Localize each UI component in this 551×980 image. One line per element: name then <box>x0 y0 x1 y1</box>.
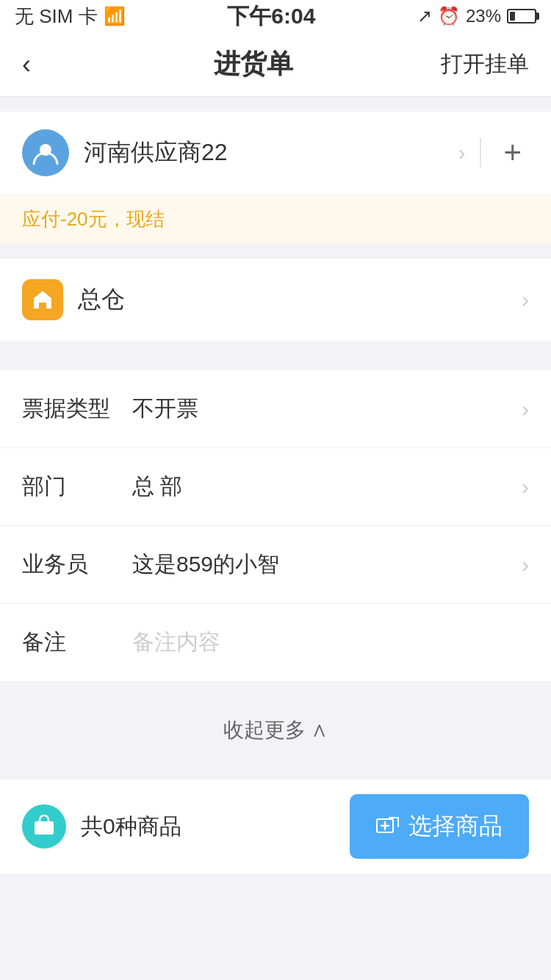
svg-rect-2 <box>35 821 54 835</box>
supplier-name: 河南供应商22 <box>84 137 458 169</box>
product-count: 共0种商品 <box>81 812 350 842</box>
open-pending-button[interactable]: 打开挂单 <box>441 49 529 79</box>
supplier-chevron-icon: › <box>458 140 465 165</box>
supplier-card: 河南供应商22 › + 应付-20元，现结 <box>0 112 551 244</box>
status-bar: 无 SIM 卡 📶 下午6:04 ↗ ⏰ 23% <box>0 0 551 32</box>
alarm-icon: ⏰ <box>438 6 460 26</box>
section-gap-2 <box>0 244 551 259</box>
salesperson-chevron-icon: › <box>522 552 529 577</box>
collapse-bar[interactable]: 收起更多 ∧ <box>0 696 551 765</box>
section-gap-1 <box>0 97 551 112</box>
department-label: 部门 <box>22 472 118 502</box>
location-icon: ↗ <box>417 6 432 26</box>
select-product-button[interactable]: 选择商品 <box>350 794 529 859</box>
status-left: 无 SIM 卡 📶 <box>15 4 126 29</box>
add-supplier-button[interactable]: + <box>496 135 529 170</box>
product-bar: 共0种商品 选择商品 <box>0 779 551 873</box>
nav-bar: ‹ 进货单 打开挂单 <box>0 32 551 97</box>
remark-label: 备注 <box>22 627 118 657</box>
select-product-label: 选择商品 <box>408 810 503 843</box>
invoice-type-chevron-icon: › <box>522 397 529 422</box>
warehouse-chevron-icon: › <box>522 287 529 312</box>
status-right: ↗ ⏰ 23% <box>417 6 536 26</box>
wifi-icon: 📶 <box>104 6 126 26</box>
warehouse-row[interactable]: 总仓 › <box>0 259 551 341</box>
warehouse-name: 总仓 <box>78 284 522 316</box>
supplier-avatar <box>22 129 69 176</box>
salesperson-value: 这是859的小智 <box>118 550 522 580</box>
form-section: 票据类型 不开票 › 部门 总 部 › 业务员 这是859的小智 › 备注 备注… <box>0 370 551 681</box>
invoice-type-label: 票据类型 <box>22 394 118 424</box>
svg-rect-1 <box>39 303 46 309</box>
product-icon <box>22 804 66 849</box>
invoice-type-value: 不开票 <box>118 394 522 424</box>
remark-input[interactable]: 备注内容 <box>118 627 529 657</box>
supplier-row[interactable]: 河南供应商22 › + <box>0 112 551 195</box>
invoice-type-row[interactable]: 票据类型 不开票 › <box>0 370 551 448</box>
back-button[interactable]: ‹ <box>22 49 66 80</box>
department-chevron-icon: › <box>522 475 529 500</box>
collapse-label: 收起更多 ∧ <box>223 716 328 744</box>
remark-row[interactable]: 备注 备注内容 <box>0 604 551 681</box>
page-title: 进货单 <box>214 46 293 82</box>
department-row[interactable]: 部门 总 部 › <box>0 448 551 526</box>
battery-percent: 23% <box>466 6 501 26</box>
gray-area <box>0 873 551 980</box>
battery-icon <box>507 9 536 24</box>
notice-bar: 应付-20元，现结 <box>0 195 551 244</box>
supplier-divider <box>480 138 481 167</box>
department-value: 总 部 <box>118 472 522 502</box>
carrier-text: 无 SIM 卡 <box>15 4 98 29</box>
section-gap-3 <box>0 341 551 356</box>
warehouse-icon <box>22 279 63 320</box>
status-time: 下午6:04 <box>227 1 315 32</box>
salesperson-row[interactable]: 业务员 这是859的小智 › <box>0 526 551 604</box>
salesperson-label: 业务员 <box>22 550 118 580</box>
notice-text: 应付-20元，现结 <box>22 208 165 230</box>
